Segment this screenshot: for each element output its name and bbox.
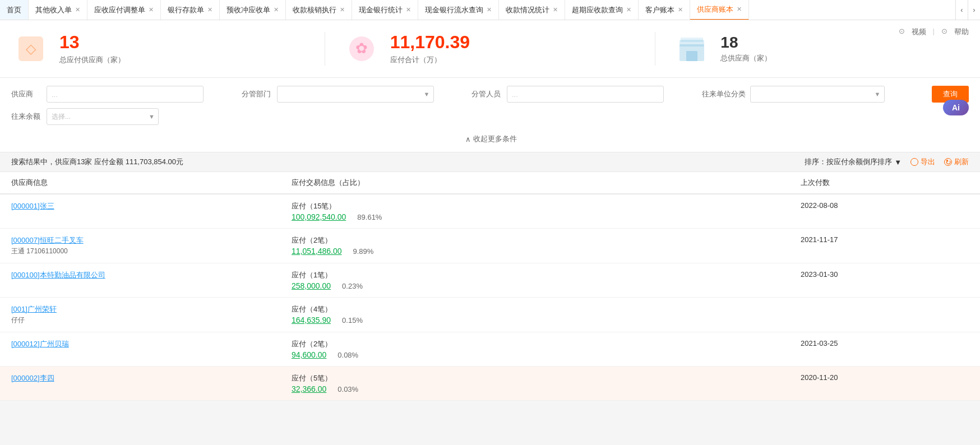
close-icon[interactable]: ✕	[274, 6, 279, 13]
supplier-payable-count: 13	[59, 33, 308, 52]
close-icon[interactable]: ✕	[553, 6, 558, 13]
tab-customer-account[interactable]: 客户账本 ✕	[639, 0, 690, 20]
top-right-links: ⊙ 视频 | ⊙ 帮助	[899, 27, 969, 37]
payable-label-4: 应付（4笔）	[292, 304, 801, 314]
payable-amount-2[interactable]: 11,051,486.00	[292, 247, 342, 256]
payable-label-1: 应付（15笔）	[292, 201, 801, 211]
table-row: [001]广州荣轩 仔仔 应付（4笔） 164,635.90 0.15%	[0, 298, 980, 332]
data-table: 供应商信息 应付交易信息（占比） 上次付数 [000001]张三 应付（15笔）…	[0, 172, 980, 401]
payable-label-5: 应付（2笔）	[292, 339, 801, 349]
nav-arrow-right[interactable]: ›	[968, 0, 980, 20]
tab-bank-deposit[interactable]: 银行存款单 ✕	[161, 0, 220, 20]
payable-info-5: 94,600.00 0.08%	[292, 349, 801, 359]
payable-amount-4[interactable]: 164,635.90	[292, 316, 331, 325]
payable-percent-3: 0.23%	[342, 282, 363, 290]
category-arrow-icon: ▼	[875, 91, 881, 98]
filter-row-2: 往来余额 选择... ▼	[11, 108, 969, 125]
supplier-link-4[interactable]: [001]广州荣轩	[11, 305, 57, 313]
tab-overdue-collect[interactable]: 超期应收款查询 ✕	[565, 0, 639, 20]
supplier-link-6[interactable]: [000002]李四	[11, 374, 54, 382]
dept-filter-label: 分管部门	[242, 89, 272, 99]
balance-filter-label: 往来余额	[11, 112, 42, 122]
payable-info-4: 164,635.90 0.15%	[292, 314, 801, 325]
category-input[interactable]: ▼	[750, 86, 885, 103]
collapse-bar[interactable]: ∧ 收起更多条件	[11, 131, 969, 147]
tab-receivable-adjust[interactable]: 应收应付调整单 ✕	[87, 0, 161, 20]
tab-home[interactable]: 首页	[0, 0, 29, 20]
tab-collect-verify[interactable]: 收款核销执行 ✕	[286, 0, 352, 20]
supplier-link-3[interactable]: [000100]本特勤油品有限公司	[11, 271, 105, 279]
ai-button[interactable]: Ai	[943, 100, 969, 115]
table-row: [000001]张三 应付（15笔） 100,092,540.00 89.61%…	[0, 194, 980, 229]
payable-percent-5: 0.08%	[338, 351, 358, 359]
payable-amount-6[interactable]: 32,366.00	[292, 384, 326, 393]
payable-cell-1: 应付（15笔） 100,092,540.00 89.61%	[292, 201, 801, 221]
close-icon[interactable]: ✕	[75, 6, 80, 13]
col-supplier-info: 供应商信息	[11, 178, 292, 188]
export-icon	[910, 158, 918, 166]
dept-input[interactable]: ▼	[277, 86, 434, 103]
table-row: [000002]李四 应付（5笔） 32,366.00 0.03% 2020-1…	[0, 367, 980, 401]
payable-total-amount: 11,170.39	[390, 33, 639, 52]
tab-collect-stat[interactable]: 收款情况统计 ✕	[499, 0, 565, 20]
supplier-link-2[interactable]: [000007]恒旺二手叉车	[11, 236, 84, 244]
last-payment-cell-6: 2020-11-20	[801, 373, 969, 393]
supplier-sub-4: 仔仔	[11, 316, 292, 325]
category-filter-label: 往来单位分类	[702, 89, 746, 99]
close-icon[interactable]: ✕	[487, 6, 492, 13]
last-payment-cell-5: 2021-03-25	[801, 339, 969, 359]
tab-supplier-account[interactable]: 供应商账本 ✕	[690, 0, 749, 20]
tab-advance-collect[interactable]: 预收冲应收单 ✕	[220, 0, 286, 20]
last-payment-date-3: 2023-01-30	[801, 270, 838, 279]
svg-rect-7	[681, 38, 703, 42]
close-icon[interactable]: ✕	[626, 6, 631, 13]
last-payment-cell-1: 2022-08-08	[801, 201, 969, 221]
supplier-filter-label: 供应商	[11, 89, 42, 99]
close-icon[interactable]: ✕	[406, 6, 411, 13]
supplier-cell-3: [000100]本特勤油品有限公司	[11, 270, 292, 290]
svg-text:◇: ◇	[26, 41, 36, 56]
summary-card-2: ✿ 11,170.39 应付合计（万）	[342, 29, 639, 68]
sort-label: 排序：按应付余额倒序排序	[805, 157, 892, 167]
balance-placeholder: 选择...	[52, 112, 71, 122]
close-icon[interactable]: ✕	[678, 6, 683, 13]
flower-icon: ✿	[342, 29, 381, 68]
payable-total-label: 应付合计（万）	[390, 55, 639, 65]
payable-label-6: 应付（5笔）	[292, 373, 801, 383]
tab-cash-bank-flow[interactable]: 现金银行流水查询 ✕	[418, 0, 499, 20]
sort-button[interactable]: 排序：按应付余额倒序排序 ▼	[805, 157, 902, 167]
col-last-payment: 上次付数	[801, 178, 969, 188]
supplier-link-1[interactable]: [000001]张三	[11, 202, 54, 210]
tab-other-income[interactable]: 其他收入单 ✕	[29, 0, 87, 20]
payable-percent-1: 89.61%	[357, 213, 382, 221]
tab-cash-bank-stat[interactable]: 现金银行统计 ✕	[352, 0, 418, 20]
table-header: 供应商信息 应付交易信息（占比） 上次付数	[0, 172, 980, 194]
filter-row-1: 供应商 ... 分管部门 ▼ 分管人员 ... 往来单位分类 ▼ 查询	[11, 86, 969, 103]
payable-amount-1[interactable]: 100,092,540.00	[292, 212, 346, 221]
close-icon[interactable]: ✕	[149, 6, 154, 13]
balance-input[interactable]: 选择... ▼	[47, 108, 159, 125]
export-button[interactable]: 导出	[910, 157, 935, 167]
help-link[interactable]: 帮助	[954, 27, 969, 37]
close-icon[interactable]: ✕	[207, 6, 212, 13]
payable-percent-4: 0.15%	[342, 316, 363, 325]
svg-text:✿: ✿	[355, 40, 368, 57]
person-input[interactable]: ...	[507, 86, 664, 103]
video-link[interactable]: 视频	[912, 27, 926, 37]
person-input-dots: ...	[512, 90, 518, 99]
divider-1	[325, 32, 325, 66]
close-icon[interactable]: ✕	[340, 6, 345, 13]
close-icon[interactable]: ✕	[737, 6, 742, 13]
supplier-link-5[interactable]: [000012]广州贝瑞	[11, 340, 69, 348]
dept-arrow-icon: ▼	[424, 91, 430, 98]
supplier-input[interactable]: ...	[47, 86, 204, 103]
last-payment-date-5: 2021-03-25	[801, 339, 838, 347]
payable-amount-3[interactable]: 258,000.00	[292, 281, 331, 290]
last-payment-date-2: 2021-11-17	[801, 235, 838, 244]
refresh-button[interactable]: ↻ 刷新	[944, 157, 969, 167]
sort-arrow-icon: ▼	[894, 158, 902, 166]
collapse-label: 收起更多条件	[473, 134, 517, 144]
summary-card-1: ◇ 13 总应付供应商（家）	[11, 29, 308, 68]
payable-amount-5[interactable]: 94,600.00	[292, 350, 326, 359]
nav-arrow-left[interactable]: ‹	[955, 0, 968, 20]
